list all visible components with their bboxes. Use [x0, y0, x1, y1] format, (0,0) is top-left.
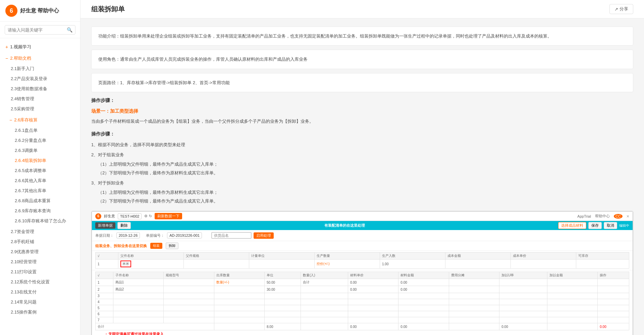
mock-app-trial: AppTrial — [577, 214, 591, 218]
mock-toggle-area: 组装业务、拆卸业务在这里切换 组装 拆卸 — [92, 241, 633, 251]
path-block: 页面路径：1、库存核算->库存管理->组装拆卸单 2、首页->常用功能 — [91, 73, 633, 92]
table-row: 1商品1 数量(+/-) 50.00合计0.000.00 — [96, 279, 629, 286]
mock-user: CC — [614, 214, 623, 219]
mock-company-selector[interactable]: TEST-H002 — [118, 213, 142, 219]
table-row: 6 — [96, 311, 629, 317]
mock-save-btn[interactable]: 保存 — [588, 222, 602, 229]
mock-upper-table: √父件名称父件规格计量单位生产数量生产入数成本金额成本单价可库存 1 米米 控价… — [95, 252, 629, 269]
logo-area: 6 好生意 帮助中心 — [0, 0, 80, 22]
table-row: 5 — [96, 305, 629, 311]
mock-teal-left: 新增单据 删除 — [95, 222, 131, 229]
step2-2: （2）下部明细为子件明细，最终作为原材料生成其它出库单。 — [91, 169, 633, 177]
share-label: 分享 — [620, 6, 628, 12]
mock-titlebar-left: 6 好生意 TEST-H002 ⚙ ↻ 刷新数据一下 — [95, 213, 182, 219]
sidebar-item-purchase[interactable]: 2.5采购管理 — [0, 104, 80, 114]
sidebar-item-faq[interactable]: 2.14常见问题 — [0, 297, 80, 307]
content-area: 功能介绍：组装拆卸单用来处理企业组装或拆卸等加工业务，支持有固定装配清单的产品加… — [80, 18, 644, 335]
mock-delete-btn[interactable]: 删除 — [117, 222, 131, 229]
sidebar-item-cost-adjust[interactable]: 2.6.5成本调整单 — [0, 166, 80, 176]
mock-teal-right: 选择成品材料 保存 取消 编辑中 — [558, 222, 629, 229]
mock-select-product-btn[interactable]: 选择成品材料 — [558, 222, 586, 229]
mock-titlebar: 6 好生意 TEST-H002 ⚙ ↻ 刷新数据一下 AppTrial 帮助中心… — [92, 212, 633, 221]
sidebar-item-coupon[interactable]: 2.9优惠券管理 — [0, 247, 80, 257]
mock-teal-bar: 新增单据 删除 有装配清单的在这里处理 选择成品材料 保存 取消 编辑中 — [92, 221, 633, 230]
search-icon[interactable]: 🔍 — [67, 27, 72, 33]
step2: 2、对于组装业务 — [91, 151, 633, 159]
sidebar-item-operations[interactable]: 2.10经营管理 — [0, 257, 80, 267]
mock-teal-center: 有装配清单的在这里处理 — [131, 223, 558, 228]
mock-new-btn[interactable]: 新增单据 — [95, 222, 115, 229]
mock-process-btn[interactable]: 启用处理 — [254, 232, 274, 239]
sidebar-item-online-pay[interactable]: 2.13在线支付 — [0, 287, 80, 297]
search-input[interactable] — [8, 27, 67, 33]
sidebar-item-mobile[interactable]: 2.8手机旺铺 — [0, 237, 80, 247]
share-icon: ↗ — [614, 7, 618, 12]
path-text: 页面路径：1、库存核算->库存管理->组装拆卸单 2、首页->常用功能 — [98, 80, 230, 85]
step2-1: （1）上部明细为父件明细，最终作为产成品生成其它入库单； — [91, 160, 633, 169]
sidebar-item-transfer[interactable]: 2.6.3调拨单 — [0, 146, 80, 156]
mock-help-center: 帮助中心 — [595, 214, 610, 219]
sidebar-item-assembly[interactable]: 2.6.4组装拆卸单 — [0, 156, 80, 166]
mock-disassembly-btn[interactable]: 拆卸 — [166, 242, 178, 249]
mock-date-value[interactable]: 2019-12-26 — [116, 232, 140, 238]
mock-fields-row: 单据日期： 2019-12-26 单据编号： AD-20191226-001 启… — [92, 230, 633, 241]
table-row: 7 — [96, 317, 629, 323]
mock-titlebar-right: AppTrial 帮助中心 CC × — [577, 214, 629, 219]
sidebar-item-stocktake[interactable]: 2.6.1盘点单 — [0, 125, 80, 135]
nav-section-docs: − 2.帮助文档 2.1新手入门 2.2产品安装及登录 2.3使用前数据准备 2… — [0, 53, 80, 317]
mock-status: 编辑中 — [619, 223, 629, 228]
sidebar-item-video-learning[interactable]: + 1.视频学习 — [0, 42, 80, 52]
scenario1-title: 场景一：加工类型选择 — [91, 108, 633, 114]
mock-lower-table-area: √子件名称规格型号出库数量单位数量(入)材料单价材料金额费用分摊加以U率加以金额… — [92, 270, 633, 335]
intro-text: 功能介绍：组装拆卸单用来处理企业组装或拆卸等加工业务，支持有固定装配清单的产品加… — [98, 34, 552, 39]
mock-bill-value[interactable]: AD-20191226-001 — [167, 232, 202, 238]
sidebar-item-data-prep[interactable]: 2.3使用前数据准备 — [0, 84, 80, 94]
mock-close-icon[interactable]: × — [627, 214, 629, 219]
mock-product-input[interactable] — [211, 232, 252, 239]
sidebar-item-sales[interactable]: 2.4销售管理 — [0, 94, 80, 104]
mock-toggle-label: 组装业务、拆卸业务在这里切换 — [95, 243, 147, 248]
sidebar-item-split-stocktake[interactable]: 2.6.2分量盘点单 — [0, 135, 80, 146]
table-row: 2商品230.000.000.00 — [96, 286, 629, 293]
mock-refresh-btn[interactable]: 刷新数据一下 — [155, 213, 182, 219]
step3: 3、对于拆卸业务 — [91, 179, 633, 187]
mock-window: 6 好生意 TEST-H002 ⚙ ↻ 刷新数据一下 AppTrial 帮助中心… — [92, 211, 633, 335]
sidebar-item-other-in[interactable]: 2.6.6其他入库单 — [0, 176, 80, 186]
step1: 1、根据不同的业务，选择不同单据的类型来处理 — [91, 141, 633, 149]
sidebar-item-inventory[interactable]: − 2.6库存核算 — [0, 115, 80, 125]
step3-2: （2）下部明细为子件明细，最终作为产成品生成其它入库单。 — [91, 197, 633, 206]
mock-cancel-btn[interactable]: 取消 — [604, 222, 617, 229]
collapse-icon: − — [9, 117, 12, 123]
sidebar-item-install[interactable]: 2.2产品安装及登录 — [0, 74, 80, 84]
sidebar-label: 2.6库存核算 — [14, 117, 38, 123]
sidebar-item-beginner[interactable]: 2.1新手入门 — [0, 64, 80, 74]
mock-upper-table-area: √父件名称父件规格计量单位生产数量生产入数成本金额成本单价可库存 1 米米 控价… — [92, 251, 633, 270]
sidebar-label: 2.帮助文档 — [10, 55, 31, 61]
sidebar-item-customize[interactable]: 2.12系统个性化设置 — [0, 277, 80, 287]
mock-action-area: 启用处理 — [211, 232, 629, 239]
expand-icon: + — [5, 44, 8, 50]
sidebar-item-finance[interactable]: 2.7资金管理 — [0, 227, 80, 237]
sidebar-item-print[interactable]: 2.11打印设置 — [0, 267, 80, 277]
role-text: 使用角色：通常由生产人员或库管人员完成拆装业务的操作，库管人员确认原材料的出库和… — [98, 57, 308, 62]
page-title: 组装拆卸单 — [91, 5, 125, 14]
share-button[interactable]: ↗ 分享 — [609, 4, 633, 14]
mock-refresh-icon: ⚙ ↻ — [144, 214, 152, 218]
logo-text: 好生意 帮助中心 — [20, 7, 59, 14]
table-row: 3 — [96, 293, 629, 299]
sidebar-item-inventory-fix[interactable]: 2.6.10库存账本错了怎么办 — [0, 216, 80, 226]
sidebar-item-inventory-query[interactable]: 2.6.9库存账本查询 — [0, 206, 80, 216]
mock-assembly-btn[interactable]: 组装 — [150, 243, 162, 249]
mock-app-logo: 6 — [95, 213, 101, 219]
sidebar-item-cost-recalc[interactable]: 2.6.8商品成本重算 — [0, 196, 80, 206]
sidebar-item-help-docs[interactable]: − 2.帮助文档 — [0, 53, 80, 64]
mock-bill-label: 单据编号： — [146, 233, 164, 238]
sidebar-item-cases[interactable]: 2.15操作案例 — [0, 307, 80, 317]
sidebar-label: 1.视频学习 — [10, 44, 31, 50]
sidebar-item-other-out[interactable]: 2.6.7其他出库单 — [0, 186, 80, 196]
role-block: 使用角色：通常由生产人员或库管人员完成拆装业务的操作，库管人员确认原材料的出库和… — [91, 50, 633, 69]
main-content: 组装拆卸单 ↗ 分享 功能介绍：组装拆卸单用来处理企业组装或拆卸等加工业务，支持… — [80, 0, 644, 335]
nav-tree: + 1.视频学习 − 2.帮助文档 2.1新手入门 2.2产品安装及登录 2.3… — [0, 38, 80, 335]
nav-section-video: + 1.视频学习 — [0, 42, 80, 52]
table-row: 1 米米 控价(+/-) 1.00 — [96, 260, 629, 269]
